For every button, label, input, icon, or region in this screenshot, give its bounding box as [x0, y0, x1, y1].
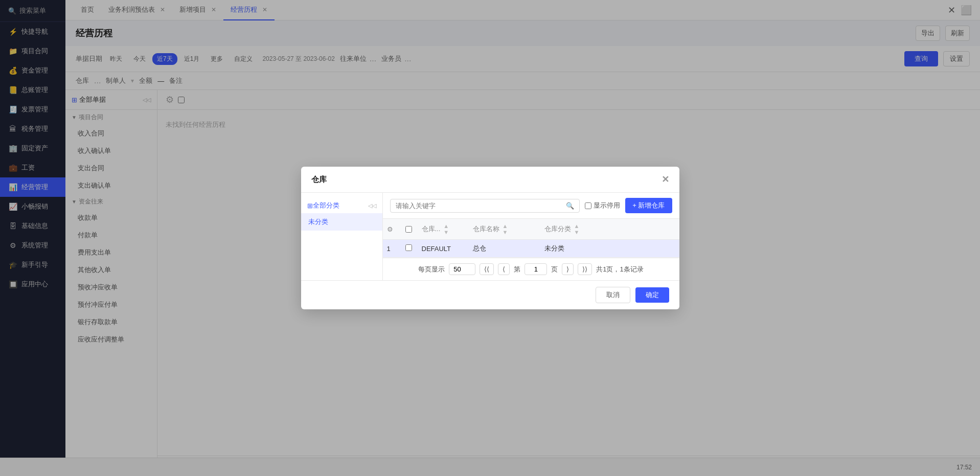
- modal-action-bar: 取消 确定: [301, 280, 679, 309]
- modal-search-input[interactable]: [396, 202, 563, 210]
- row-code: DEFAULT: [418, 245, 469, 253]
- cancel-button[interactable]: 取消: [596, 287, 630, 303]
- modal-pagination: 每页显示 50 100 ⟨⟨ ⟨ 第 页 ⟩ ⟩⟩ 共1页，1条记录: [383, 258, 679, 280]
- modal-left-collapse[interactable]: ◁◁: [368, 202, 376, 209]
- row-checkbox-1[interactable]: [405, 244, 412, 251]
- select-all-modal[interactable]: [405, 226, 412, 233]
- col-checkbox: [401, 223, 418, 235]
- col-category-header[interactable]: 仓库分类 ▲▼: [540, 223, 612, 235]
- modal-body: ⊞ 全部分类 ◁◁ 未分类 🔍 显示停用: [301, 193, 679, 280]
- col-settings[interactable]: ⚙: [383, 223, 401, 235]
- modal-title: 仓库: [311, 175, 327, 185]
- last-page-btn[interactable]: ⟩⟩: [578, 263, 592, 275]
- show-disabled-checkbox[interactable]: [585, 202, 591, 209]
- prev-page-btn[interactable]: ⟨: [498, 263, 510, 275]
- modal-right-panel: 🔍 显示停用 + 新增仓库 ⚙ 仓库... ▲▼: [383, 193, 679, 280]
- row-name: 总仓: [469, 244, 540, 253]
- per-page-select-modal[interactable]: 50 100: [449, 263, 475, 275]
- next-page-btn[interactable]: ⟩: [562, 263, 574, 275]
- show-disabled-text: 显示停用: [594, 201, 620, 210]
- modal-header: 仓库 ✕: [301, 167, 679, 193]
- modal-close-button[interactable]: ✕: [662, 174, 669, 185]
- confirm-button[interactable]: 确定: [635, 287, 669, 303]
- modal-search-bar: 🔍 显示停用 + 新增仓库: [383, 193, 679, 219]
- col-code-header[interactable]: 仓库... ▲▼: [418, 223, 469, 235]
- modal-all-categories[interactable]: 全部分类: [313, 201, 339, 210]
- modal-table-row[interactable]: 1 DEFAULT 总仓 未分类: [383, 240, 679, 258]
- modal-left-header: ⊞ 全部分类 ◁◁: [301, 198, 382, 213]
- row-category: 未分类: [540, 244, 612, 253]
- show-disabled-label: 显示停用: [585, 201, 620, 210]
- page-num-label: 第: [514, 265, 520, 274]
- add-warehouse-button[interactable]: + 新增仓库: [625, 198, 672, 213]
- page-of-label-modal: 页: [551, 265, 558, 274]
- row-index: 1: [383, 245, 401, 253]
- modal-overlay: 仓库 ✕ ⊞ 全部分类 ◁◁ 未分类 🔍: [0, 0, 980, 476]
- warehouse-modal: 仓库 ✕ ⊞ 全部分类 ◁◁ 未分类 🔍: [301, 167, 679, 309]
- row-checkbox: [401, 244, 418, 253]
- search-icon: 🔍: [566, 202, 574, 210]
- modal-total: 共1页，1条记录: [596, 265, 643, 274]
- per-page-label-modal: 每页显示: [418, 265, 445, 274]
- first-page-btn[interactable]: ⟨⟨: [480, 263, 494, 275]
- modal-page-input[interactable]: [525, 263, 547, 275]
- modal-category-unclassified[interactable]: 未分类: [301, 213, 382, 231]
- modal-table-body: 1 DEFAULT 总仓 未分类: [383, 240, 679, 258]
- modal-left-panel: ⊞ 全部分类 ◁◁ 未分类: [301, 193, 383, 280]
- modal-table-header: ⚙ 仓库... ▲▼ 仓库名称 ▲▼ 仓库分类 ▲▼: [383, 219, 679, 240]
- modal-search-field-wrapper: 🔍: [390, 199, 580, 213]
- col-name-header[interactable]: 仓库名称 ▲▼: [469, 223, 540, 235]
